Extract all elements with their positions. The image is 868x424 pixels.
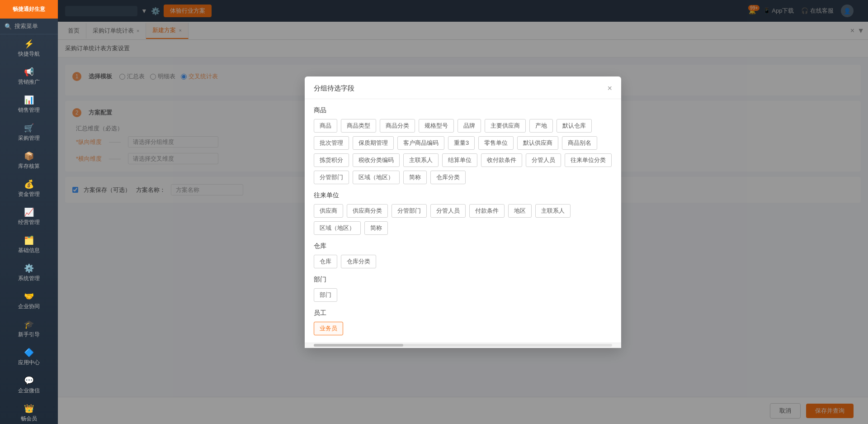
field-chip[interactable]: 主联系人 — [535, 204, 571, 218]
modal-body[interactable]: 商品 商品 商品类型 商品分类 规格型号 品牌 主要供应商 产地 默认仓库 批次… — [305, 99, 621, 343]
section-partner-title: 往来单位 — [314, 191, 612, 200]
field-chip[interactable]: 主要供应商 — [485, 119, 526, 133]
field-chip[interactable]: 规格型号 — [419, 119, 454, 133]
sidebar-item-kuaijie[interactable]: ⚡ 快捷导航 — [0, 34, 58, 62]
logo-text: 畅捷通好生意 — [13, 5, 45, 13]
field-chip[interactable]: 税收分类编码 — [353, 153, 400, 167]
hscroll-thumb[interactable] — [314, 344, 403, 347]
field-chip[interactable]: 商品类型 — [341, 119, 376, 133]
field-chip[interactable]: 分管人员 — [526, 153, 561, 167]
field-chip[interactable]: 仓库 — [314, 255, 337, 268]
megaphone-icon: 📢 — [24, 67, 34, 77]
cart-icon: 🛒 — [24, 123, 34, 133]
field-chip[interactable]: 结算单位 — [442, 153, 477, 167]
section-employee-fields: 业务员 — [314, 322, 612, 335]
field-chip[interactable]: 默认供应商 — [517, 136, 558, 150]
field-chip[interactable]: 部门 — [314, 288, 337, 302]
sidebar-item-xitong[interactable]: ⚙️ 系统管理 — [0, 259, 58, 287]
section-warehouse-fields: 仓库 仓库分类 — [314, 255, 612, 268]
field-chip[interactable]: 区域（地区） — [353, 171, 400, 184]
sidebar-item-label: 应用中心 — [18, 359, 40, 367]
field-chip[interactable]: 商品分类 — [380, 119, 415, 133]
field-chip[interactable]: 保质期管理 — [353, 136, 394, 150]
section-employee-title: 员工 — [314, 309, 612, 317]
hscroll-track[interactable] — [314, 344, 612, 347]
modal-close-button[interactable]: × — [607, 84, 612, 93]
search-menu-label: 搜索菜单 — [14, 22, 38, 30]
modal-overlay: 分组待选字段 × 商品 商品 商品类型 商品分类 规格型号 品牌 主要供应商 产… — [58, 0, 868, 424]
sidebar-item-label: 新手引导 — [18, 331, 40, 338]
search-icon: 🔍 — [5, 23, 12, 30]
field-chip[interactable]: 供应商分类 — [347, 204, 388, 218]
field-chip[interactable]: 产地 — [529, 119, 553, 133]
field-chip[interactable]: 品牌 — [458, 119, 481, 133]
sidebar-item-label: 营销推广 — [18, 78, 40, 86]
sidebar-item-xiaoshou[interactable]: 📊 销售管理 — [0, 91, 58, 119]
field-chip[interactable]: 零售单位 — [478, 136, 514, 150]
field-chip[interactable]: 商品别名 — [562, 136, 597, 150]
field-chip[interactable]: 拣货积分 — [314, 153, 349, 167]
sidebar-item-caigou[interactable]: 🛒 采购管理 — [0, 119, 58, 147]
sidebar-item-label: 企业微信 — [18, 387, 40, 395]
field-chip[interactable]: 简称 — [403, 171, 427, 184]
section-department-title: 部门 — [314, 276, 612, 284]
sidebar-item-zijin[interactable]: 💰 资金管理 — [0, 175, 58, 203]
trending-icon: 📈 — [24, 207, 34, 217]
modal-title: 分组待选字段 — [314, 84, 354, 93]
sidebar-item-yingxiao[interactable]: 📢 营销推广 — [0, 62, 58, 91]
field-chip[interactable]: 商品 — [314, 119, 337, 133]
field-chip[interactable]: 默认仓库 — [557, 119, 592, 133]
field-chip[interactable]: 仓库分类 — [430, 171, 466, 184]
field-chip[interactable]: 地区 — [508, 204, 532, 218]
section-partner-fields: 供应商 供应商分类 分管部门 分管人员 付款条件 地区 主联系人 区域（地区） … — [314, 204, 612, 235]
sidebar-item-yingyong[interactable]: 🔷 应用中心 — [0, 343, 58, 371]
box-icon: 📦 — [24, 151, 34, 161]
sidebar-item-label: 库存核算 — [18, 162, 40, 170]
modal-hscroll — [305, 343, 621, 348]
lightning-icon: ⚡ — [24, 39, 34, 49]
field-chip[interactable]: 往来单位分类 — [565, 153, 612, 167]
field-chip[interactable]: 供应商 — [314, 204, 343, 218]
sidebar-item-label: 系统管理 — [18, 275, 40, 282]
gear-icon: ⚙️ — [24, 263, 34, 273]
sidebar-item-label: 企业协同 — [18, 303, 40, 310]
field-chip[interactable]: 批次管理 — [314, 136, 349, 150]
field-chip[interactable]: 分管部门 — [392, 204, 427, 218]
field-chip[interactable]: 仓库分类 — [341, 255, 376, 268]
field-chip[interactable]: 重量3 — [448, 136, 475, 150]
sidebar-item-jichu[interactable]: 🗂️ 基础信息 — [0, 231, 58, 259]
field-chip[interactable]: 分管部门 — [314, 171, 349, 184]
diamond-icon: 🔷 — [24, 348, 34, 357]
field-select-modal: 分组待选字段 × 商品 商品 商品类型 商品分类 规格型号 品牌 主要供应商 产… — [305, 76, 621, 348]
field-chip[interactable]: 简称 — [364, 221, 388, 235]
sidebar-item-label: 经营管理 — [18, 219, 40, 226]
sidebar-search[interactable]: 🔍 搜索菜单 — [0, 19, 58, 34]
field-chip[interactable]: 付款条件 — [469, 204, 505, 218]
sidebar-item-label: 资金管理 — [18, 191, 40, 198]
sidebar: 畅捷通好生意 🔍 搜索菜单 ⚡ 快捷导航 📢 营销推广 📊 销售管理 🛒 采购管… — [0, 0, 58, 424]
field-chip[interactable]: 主联系人 — [403, 153, 439, 167]
graduate-icon: 🎓 — [24, 319, 34, 329]
sidebar-item-label: 采购管理 — [18, 134, 40, 142]
sidebar-item-label: 畅会员 — [21, 415, 37, 423]
sidebar-item-weixin[interactable]: 💬 企业微信 — [0, 371, 58, 399]
section-product-title: 商品 — [314, 106, 612, 114]
field-chip-employee[interactable]: 业务员 — [314, 322, 343, 335]
folder-icon: 🗂️ — [24, 235, 34, 245]
sidebar-item-jingying[interactable]: 📈 经营管理 — [0, 203, 58, 231]
chart-icon: 📊 — [24, 95, 34, 105]
field-chip[interactable]: 客户商品编码 — [397, 136, 444, 150]
crown-icon: 👑 — [24, 404, 34, 414]
sidebar-item-huiyuan[interactable]: 👑 畅会员 — [0, 399, 58, 424]
sidebar-item-kucun[interactable]: 📦 库存核算 — [0, 147, 58, 175]
field-chip[interactable]: 分管人员 — [430, 204, 466, 218]
field-chip[interactable]: 区域（地区） — [314, 221, 361, 235]
chat-icon: 💬 — [24, 376, 34, 386]
handshake-icon: 🤝 — [24, 291, 34, 301]
modal-header: 分组待选字段 × — [305, 76, 621, 99]
sidebar-item-label: 快捷导航 — [18, 50, 40, 58]
sidebar-item-qiye[interactable]: 🤝 企业协同 — [0, 287, 58, 315]
sidebar-item-xinshou[interactable]: 🎓 新手引导 — [0, 315, 58, 343]
section-department-fields: 部门 — [314, 288, 612, 302]
field-chip[interactable]: 收付款条件 — [481, 153, 522, 167]
